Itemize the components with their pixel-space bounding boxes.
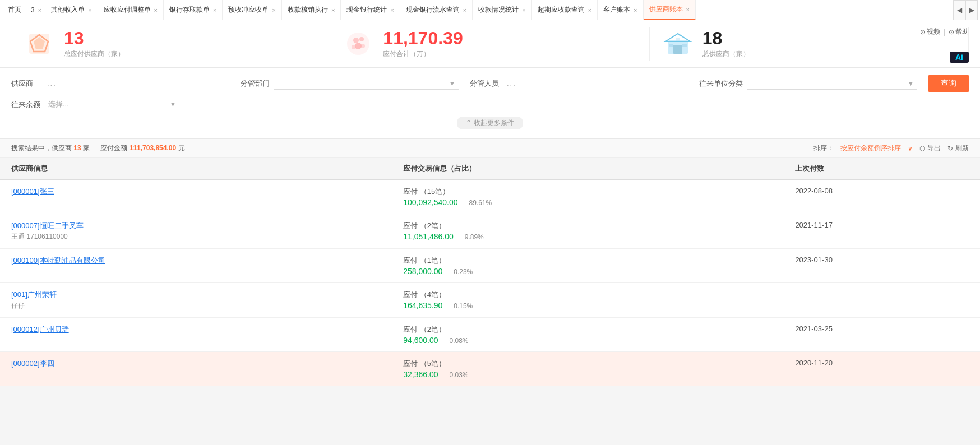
nav-tab-collection-stat-close[interactable]: × [522, 7, 525, 13]
toolbar-left: 搜索结果中，供应商 13 家 应付金额 111,703,854.00 元 [11, 143, 185, 153]
supplier-input[interactable]: ... [44, 77, 229, 90]
result-prefix: 搜索结果中，供应商 [11, 144, 72, 152]
tx-amount[interactable]: 164,635.90 [403, 301, 442, 310]
category-select[interactable]: ▼ [747, 78, 917, 90]
tx-percent: 0.03% [449, 371, 468, 379]
person-input[interactable]: ... [503, 77, 688, 90]
table-header: 供应商信息 应付交易信息（占比） 上次付数 [0, 158, 980, 180]
nav-tab-prepay-offset-close[interactable]: × [272, 7, 275, 13]
refresh-button[interactable]: ↻ 刷新 [947, 143, 969, 153]
last-payment-date: 2023-01-30 [795, 256, 833, 264]
nav-tab-overdue-ar-close[interactable]: × [588, 7, 591, 13]
supplier-cell: [000100]本特勤油品有限公司 [0, 249, 392, 283]
diamond-icon [22, 27, 56, 61]
tx-amount[interactable]: 100,092,540.00 [403, 198, 457, 207]
supplier-link[interactable]: [000012]广州贝瑞 [11, 325, 69, 333]
tx-label: 应付 [403, 187, 418, 196]
nav-tab-customer-ledger-label: 客户账本 [603, 5, 630, 15]
nav-tab-collection-verify[interactable]: 收款核销执行 × [282, 0, 341, 20]
nav-tab-bank-deposit[interactable]: 银行存取款单 × [164, 0, 223, 20]
tx-percent: 0.15% [454, 302, 473, 310]
filter-dept: 分管部门 ▼ [241, 78, 459, 90]
tx-amount-row: 100,092,540.00 89.61% [403, 198, 773, 207]
tx-label-row: 应付 （15笔） [403, 187, 773, 197]
nav-next-arrow[interactable]: ▶ [965, 0, 978, 20]
tx-label: 应付 [403, 359, 418, 368]
nav-tab-supplier-ledger[interactable]: 供应商账本 × [644, 0, 696, 20]
filter-row-1: 供应商 ... 分管部门 ▼ 分管人员 ... 往来单位分类 ▼ [11, 75, 969, 92]
nav-tab-cash-bank-stat-close[interactable]: × [390, 7, 394, 13]
nav-tab-collection-stat[interactable]: 收款情况统计 × [473, 0, 531, 20]
nav-tab-customer-ledger-close[interactable]: × [634, 7, 637, 13]
last-payment-cell: 2023-01-30 [784, 249, 980, 283]
supplier-sub: 仔仔 [11, 301, 381, 310]
supplier-link[interactable]: [000001]张三 [11, 187, 54, 196]
supplier-link[interactable]: [000100]本特勤油品有限公司 [11, 256, 105, 265]
tx-amount[interactable]: 94,600.00 [403, 336, 438, 345]
nav-tab-overdue-ar-label: 超期应收款查询 [538, 5, 585, 15]
svg-point-8 [360, 44, 365, 48]
nav-tab-3-close[interactable]: × [38, 7, 41, 13]
filter-supplier-label: 供应商 [11, 78, 39, 89]
grain-icon [341, 27, 375, 61]
nav-tab-bank-deposit-close[interactable]: × [213, 7, 216, 13]
nav-tab-ar-ap-adjust[interactable]: 应收应付调整单 × [98, 0, 164, 20]
supplier-link[interactable]: [001]广州荣轩 [11, 290, 57, 299]
nav-tab-cash-flow-query-close[interactable]: × [463, 7, 466, 13]
nav-tab-3[interactable]: 3 × [27, 0, 45, 20]
sort-value[interactable]: 按应付余额倒序排序 [840, 143, 901, 153]
ai-button[interactable]: Ai [950, 52, 969, 63]
tx-cell: 应付 （4笔） 164,635.90 0.15% [392, 283, 784, 318]
sort-arrow-icon[interactable]: ∨ [908, 145, 913, 152]
export-label[interactable]: 导出 [927, 143, 941, 153]
filter-balance-label: 往来余额 [11, 100, 40, 110]
collapse-button[interactable]: ⌃ 收起更多条件 [11, 117, 969, 129]
nav-tab-ar-ap-adjust-close[interactable]: × [154, 7, 158, 13]
nav-tab-collection-verify-close[interactable]: × [331, 7, 335, 13]
svg-rect-14 [676, 38, 680, 41]
query-button[interactable]: 查询 [928, 75, 969, 92]
help-icon: ⊙ [949, 28, 954, 36]
table-row: [000007]恒旺二手叉车 王通 17106110000 应付 （2笔） 11… [0, 214, 980, 249]
divider: | [944, 28, 945, 36]
tx-count: （1笔） [420, 256, 446, 265]
export-icon: ⬡ [919, 145, 925, 152]
nav-tab-prepay-offset[interactable]: 预收冲应收单 × [223, 0, 281, 20]
export-button[interactable]: ⬡ 导出 [919, 143, 941, 153]
nav-tab-home[interactable]: 首页 [2, 0, 27, 20]
table-row: [000100]本特勤油品有限公司 应付 （1笔） 258,000.00 0.2… [0, 249, 980, 283]
filter-person-label: 分管人员 [470, 78, 499, 89]
tx-amount[interactable]: 258,000.00 [403, 267, 442, 276]
tx-count: （15笔） [420, 187, 450, 196]
nav-tab-other-income-close[interactable]: × [88, 7, 91, 13]
nav-tab-supplier-ledger-close[interactable]: × [686, 6, 690, 13]
tx-amount-row: 164,635.90 0.15% [403, 301, 773, 310]
col-last-payment: 上次付数 [784, 158, 980, 180]
nav-tab-other-income[interactable]: 其他收入单 × [45, 0, 98, 20]
nav-tab-overdue-ar[interactable]: 超期应收款查询 × [532, 0, 598, 20]
tx-amount-row: 258,000.00 0.23% [403, 267, 773, 276]
video-link[interactable]: 视频 [927, 27, 940, 36]
tx-amount[interactable]: 32,366.00 [403, 370, 438, 379]
last-payment-cell: 2020-11-20 [784, 352, 980, 386]
tx-cell: 应付 （1笔） 258,000.00 0.23% [392, 249, 784, 283]
sort-label: 排序： [813, 143, 834, 153]
nav-prev-arrow[interactable]: ◀ [953, 0, 965, 20]
balance-select[interactable]: 选择... ▼ [45, 97, 179, 112]
nav-tab-cash-bank-stat[interactable]: 现金银行统计 × [341, 0, 400, 20]
toolbar-right: 排序： 按应付余额倒序排序 ∨ ⬡ 导出 ↻ 刷新 [813, 143, 969, 153]
table-row: [000012]广州贝瑞 应付 （2笔） 94,600.00 0.08% 202… [0, 318, 980, 352]
refresh-label[interactable]: 刷新 [955, 143, 969, 153]
nav-tab-cash-flow-query[interactable]: 现金银行流水查询 × [400, 0, 473, 20]
video-icon: ⊙ [920, 28, 926, 36]
summary-payable-suppliers: 13 总应付供应商（家） [11, 27, 330, 61]
dept-select[interactable]: ▼ [274, 78, 459, 90]
table-row: [001]广州荣轩 仔仔 应付 （4笔） 164,635.90 0.15% [0, 283, 980, 318]
tx-label-row: 应付 （2笔） [403, 325, 773, 335]
supplier-link[interactable]: [000007]恒旺二手叉车 [11, 221, 84, 230]
tx-label-row: 应付 （5笔） [403, 359, 773, 369]
help-link[interactable]: 帮助 [955, 27, 969, 36]
supplier-link[interactable]: [000002]李四 [11, 359, 54, 368]
tx-amount[interactable]: 11,051,486.00 [403, 232, 454, 241]
nav-tab-customer-ledger[interactable]: 客户账本 × [598, 0, 643, 20]
